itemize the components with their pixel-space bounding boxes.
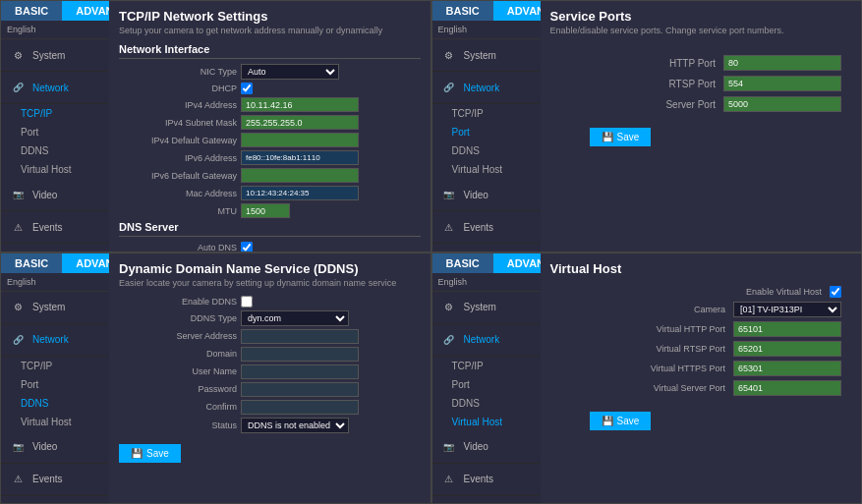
- sidebar-network-vh[interactable]: 🔗 Network: [432, 324, 541, 357]
- sidebar-network-port[interactable]: 🔗 Network: [432, 72, 541, 104]
- virtual-https-input[interactable]: [733, 361, 841, 376]
- rtsp-port-input[interactable]: [723, 76, 841, 91]
- events-icon-ddns: ⚠: [9, 471, 27, 488]
- ipv6-gw-input[interactable]: [241, 168, 359, 183]
- subitem-tcpip-port[interactable]: TCP/IP: [444, 104, 541, 123]
- ipv4-input[interactable]: [241, 97, 359, 112]
- tab-basic-port[interactable]: BASIC: [432, 1, 493, 21]
- subitem-ddns-vh[interactable]: DDNS: [444, 394, 541, 413]
- tab-basic-tcpip[interactable]: BASIC: [1, 1, 62, 21]
- subitem-ddns-ddns[interactable]: DDNS: [13, 394, 109, 413]
- sidebar-item-events-tcpip[interactable]: ⚠ Events: [1, 211, 109, 244]
- ipv6-label: IPv6 Address: [119, 153, 237, 163]
- enable-ddns-label: Enable DDNS: [119, 297, 237, 307]
- enable-vh-checkbox[interactable]: [830, 286, 841, 298]
- sidebar-events-label-tcpip: Events: [32, 222, 63, 233]
- gateway-input[interactable]: [241, 133, 359, 147]
- sidebar-item-video-tcpip[interactable]: 📷 Video: [1, 179, 109, 211]
- sidebar-system-port[interactable]: ⚙ System: [432, 39, 541, 72]
- sidebar-item-system-tcpip[interactable]: ⚙ System: [1, 39, 109, 72]
- sidebar-video-port[interactable]: 📷 Video: [432, 179, 541, 211]
- sidebar-system-ddns[interactable]: ⚙ System: [1, 292, 109, 324]
- subitem-vh-ddns[interactable]: Virtual Host: [13, 413, 109, 431]
- subnet-input[interactable]: [241, 115, 359, 130]
- subitem-port-tcpip[interactable]: Port: [13, 123, 109, 141]
- username-input[interactable]: [241, 364, 359, 379]
- server-port-label: Server Port: [637, 99, 716, 110]
- ddns-type-select[interactable]: dyn.com: [241, 310, 349, 326]
- virtual-server-input[interactable]: [733, 380, 841, 396]
- virtual-rtsp-input[interactable]: [733, 341, 841, 357]
- events-icon-port: ⚠: [440, 218, 458, 236]
- subitem-tcpip-vh[interactable]: TCP/IP: [444, 357, 541, 375]
- subitem-ddns-port[interactable]: DDNS: [444, 141, 541, 160]
- mtu-input[interactable]: [241, 203, 290, 218]
- content-virtualhost: Virtual Host Enable Virtual Host Camera …: [541, 253, 862, 504]
- virtual-rtsp-label: Virtual RTSP Port: [617, 344, 725, 354]
- panel-port: BASIC ADVANCED English ⚙ System 🔗 Networ…: [431, 0, 863, 252]
- content-area-tcpip: TCP/IP Network Settings Setup your camer…: [109, 1, 431, 252]
- confirm-input[interactable]: [241, 400, 359, 415]
- virtual-http-input[interactable]: [733, 321, 841, 337]
- content-area-ddns: Dynamic Domain Name Service (DDNS) Easie…: [109, 253, 431, 504]
- save-button-port[interactable]: 💾 Save: [590, 128, 652, 146]
- tab-basic-vh[interactable]: BASIC: [432, 253, 493, 273]
- status-select[interactable]: DDNS is not enabled: [241, 418, 349, 433]
- panel-tcpip: BASIC ADVANCED English ⚙ System 🔗 Networ…: [0, 0, 431, 252]
- sidebar-video-vh[interactable]: 📷 Video: [432, 431, 541, 464]
- tab-basic-ddns[interactable]: BASIC: [1, 253, 62, 273]
- subitem-port-ddns[interactable]: Port: [13, 375, 109, 394]
- server-port-input[interactable]: [723, 96, 841, 112]
- network-icon-tcpip: 🔗: [9, 79, 27, 96]
- ipv6-input[interactable]: [241, 150, 359, 165]
- events-label-vh: Events: [464, 474, 494, 484]
- http-port-label: HTTP Port: [637, 58, 716, 69]
- dhcp-checkbox[interactable]: [241, 83, 253, 94]
- system-icon-ddns: ⚙: [9, 299, 27, 316]
- video-icon-ddns: 📷: [9, 438, 27, 456]
- subitem-vh-vh[interactable]: Virtual Host: [444, 413, 541, 431]
- camera-select[interactable]: [01] TV-IP313PI: [733, 302, 841, 317]
- sidebar-item-network-tcpip[interactable]: 🔗 Network: [1, 72, 109, 104]
- mac-input[interactable]: [241, 186, 359, 200]
- save-button-vh[interactable]: 💾 Save: [590, 412, 652, 430]
- page-title-vh: Virtual Host: [550, 261, 852, 276]
- server-addr-input[interactable]: [241, 329, 359, 344]
- sidebar-storage-ddns[interactable]: 💾 Storage: [1, 496, 109, 505]
- subitem-ddns-tcpip[interactable]: DDNS: [13, 141, 109, 160]
- auto-dns-checkbox[interactable]: [241, 242, 253, 252]
- sidebar-network-ddns[interactable]: 🔗 Network: [1, 324, 109, 357]
- http-port-input[interactable]: [723, 55, 841, 71]
- save-button-ddns[interactable]: 💾 Save: [119, 444, 181, 463]
- row-password: Password: [119, 382, 421, 397]
- enable-ddns-checkbox[interactable]: [241, 296, 253, 308]
- mac-label: Mac Address: [119, 189, 237, 198]
- section-network-interface: Network Interface: [119, 43, 421, 59]
- auto-dns-label: Auto DNS: [119, 243, 237, 252]
- sidebar-events-ddns[interactable]: ⚠ Events: [1, 464, 109, 496]
- sidebar-system-vh[interactable]: ⚙ System: [432, 292, 541, 324]
- password-input[interactable]: [241, 382, 359, 397]
- sidebar-events-vh[interactable]: ⚠ Events: [432, 464, 541, 496]
- subitem-tcpip-ddns[interactable]: TCP/IP: [13, 357, 109, 375]
- network-label-ddns: Network: [32, 334, 69, 345]
- network-label-vh: Network: [464, 334, 500, 345]
- page-subtitle-tcpip: Setup your camera to get network address…: [119, 26, 421, 35]
- save-icon-port: 💾: [602, 132, 613, 142]
- nic-type-select[interactable]: Auto: [241, 64, 339, 80]
- subitem-port-port[interactable]: Port: [444, 123, 541, 141]
- row-username: User Name: [119, 364, 421, 379]
- subitem-tcpip-tcpip[interactable]: TCP/IP: [13, 104, 109, 123]
- save-label-vh: Save: [617, 416, 640, 426]
- content-area-vh: Virtual Host Enable Virtual Host Camera …: [541, 253, 862, 504]
- sidebar-video-ddns[interactable]: 📷 Video: [1, 431, 109, 464]
- subitem-virtualhost-tcpip[interactable]: Virtual Host: [13, 160, 109, 179]
- sidebar-storage-vh[interactable]: 💾 Storage: [432, 496, 541, 505]
- row-confirm: Confirm: [119, 400, 421, 415]
- sidebar-storage-port[interactable]: 💾 Storage: [432, 244, 541, 252]
- domain-input[interactable]: [241, 347, 359, 362]
- subitem-port-vh[interactable]: Port: [444, 375, 541, 394]
- sidebar-events-port[interactable]: ⚠ Events: [432, 211, 541, 244]
- subitem-virtualhost-port[interactable]: Virtual Host: [444, 160, 541, 179]
- sidebar-item-storage-tcpip[interactable]: 💾 Storage: [1, 244, 109, 252]
